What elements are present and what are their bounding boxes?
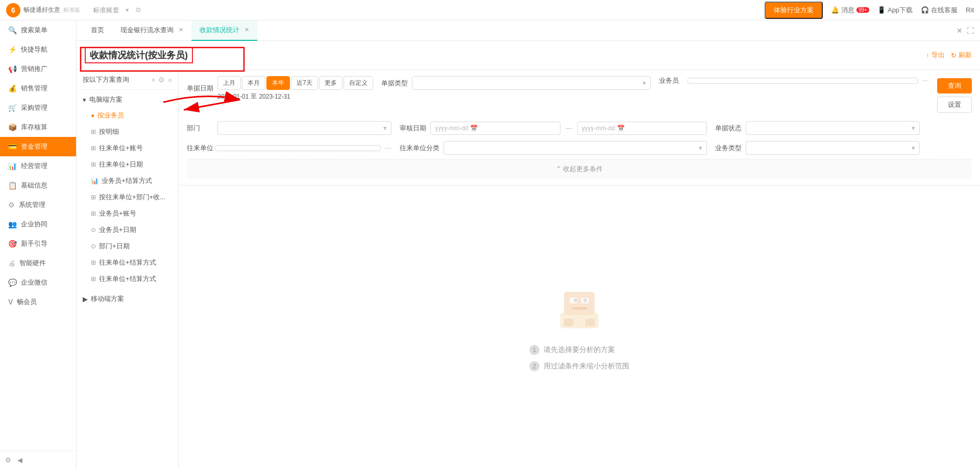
dept-label: 部门 <box>187 124 213 133</box>
tree-section-label: 电脑端方案 <box>89 95 122 104</box>
purchase-icon: 🛒 <box>8 104 17 112</box>
message-btn[interactable]: 🔔 消息 99+ <box>831 6 869 15</box>
sidebar-sales-label: 销售管理 <box>21 84 47 93</box>
tab-cashflow-close[interactable]: ✕ <box>179 27 183 33</box>
workspace-label: 标准账套 <box>93 6 119 15</box>
sidebar-item-wechat[interactable]: 💬 企业微信 <box>0 273 76 292</box>
settings-btn[interactable]: ⚙ <box>135 6 141 14</box>
date-start: 2023-01-01 <box>217 93 249 100</box>
export-btn[interactable]: ↑ 导出 <box>926 51 945 60</box>
doc-type-select[interactable]: ▾ <box>412 76 651 90</box>
tree-item-salesperson-account[interactable]: ⊞ 业务员+账号 <box>77 205 178 222</box>
calendar-icon: 📅 <box>470 125 478 132</box>
tab-cashflow[interactable]: 现金银行流水查询 ✕ <box>112 20 191 41</box>
tree-item-partner-date-label: 往来单位+日期 <box>99 160 143 169</box>
step-2-text: 用过滤条件来缩小分析范围 <box>544 362 629 371</box>
sidebar-item-basic[interactable]: 📋 基础信息 <box>0 176 76 195</box>
date-tab-7days[interactable]: 近7天 <box>291 76 318 90</box>
sidebar-item-sales[interactable]: 💰 销售管理 <box>0 79 76 98</box>
tree-item-partner-account[interactable]: ⊞ 往来单位+账号 <box>77 140 178 156</box>
sidebar-item-finance[interactable]: 💳 资金管理 <box>0 137 76 156</box>
sidebar: 🔍 搜索菜单 ⚡ 快捷导航 📢 营销推广 💰 销售管理 🛒 采购管理 📦 库存核… <box>0 20 77 469</box>
empty-area: 1 请先选择要分析的方案 2 用过滤条件来缩小分析范围 <box>179 185 980 469</box>
partner-category-select[interactable]: ▾ <box>444 141 707 155</box>
date-tab-custom[interactable]: 自定义 <box>344 76 373 90</box>
sidebar-settings-btn[interactable]: ⚙ <box>5 456 11 464</box>
sidebar-item-search[interactable]: 🔍 搜索菜单 <box>0 20 76 40</box>
dropdown-icon[interactable]: ▾ <box>126 6 129 14</box>
doc-status-select[interactable]: ▾ <box>746 121 920 135</box>
tree-section-desktop-header[interactable]: ▾ 电脑端方案 <box>77 92 178 107</box>
top-header: 6 畅捷通好生意 标准版 标准账套 ▾ ⚙ 体验行业方案 🔔 消息 99+ 📱 … <box>0 0 980 20</box>
sidebar-item-purchase[interactable]: 🛒 采购管理 <box>0 98 76 118</box>
refresh-btn[interactable]: ↻ 刷新 <box>951 51 972 60</box>
tree-item-partner-date[interactable]: ⊞ 往来单位+日期 <box>77 156 178 173</box>
tree-item-salesperson-date[interactable]: ⊙ 业务员+日期 <box>77 222 178 238</box>
date-dash: — <box>565 124 573 132</box>
sidebar-item-operations[interactable]: 📊 经营管理 <box>0 156 76 176</box>
sidebar-collapse-btn[interactable]: ◀ <box>17 456 22 464</box>
tree-item-partner-payment1[interactable]: ⊞ 往来单位+结算方式 <box>77 254 178 271</box>
user-area[interactable]: Rit <box>966 6 974 14</box>
sidebar-item-nav[interactable]: ⚡ 快捷导航 <box>0 40 76 59</box>
date-separator: 至 <box>251 92 257 101</box>
sidebar-member-label: 畅会员 <box>17 297 37 307</box>
date-tab-last-month[interactable]: 上月 <box>217 76 241 90</box>
panel-settings-btn[interactable]: ⚙ <box>158 76 165 84</box>
calendar-icon2: 📅 <box>617 125 625 132</box>
filter-settings-btn[interactable]: 设置 <box>937 97 972 113</box>
review-date-end[interactable]: yyyy-mm-dd 📅 <box>577 122 707 135</box>
review-date-start[interactable]: yyyy-mm-dd 📅 <box>430 122 560 135</box>
tab-maximize-btn[interactable]: ⛶ <box>967 27 974 35</box>
tab-close-all-btn[interactable]: ✕ <box>957 27 963 35</box>
sidebar-item-guide[interactable]: 🎯 新手引导 <box>0 234 76 253</box>
main-area: 首页 现金银行流水查询 ✕ 收款情况统计 ✕ ✕ ⛶ 收款情况统计(按业务员) … <box>77 20 980 469</box>
tree-item-partner-payment2-label: 往来单位+结算方式 <box>99 274 156 284</box>
try-btn[interactable]: 体验行业方案 <box>765 2 823 19</box>
tab-home[interactable]: 首页 <box>83 20 112 41</box>
tree-item-partner-payment2[interactable]: ⊞ 往来单位+结算方式 <box>77 271 178 287</box>
tree-item-salesperson-payment[interactable]: 📊 业务员+结算方式 <box>77 173 178 189</box>
chart-icon: 📊 <box>91 177 99 184</box>
app-download-btn[interactable]: 📱 App下载 <box>877 6 913 15</box>
partner-dept-icon: ⊞ <box>91 194 96 201</box>
panel-collapse-btn[interactable]: « <box>168 76 172 84</box>
tree-item-detail-label: 按明细 <box>99 127 119 136</box>
tree-expand-icon: ▾ <box>83 96 86 104</box>
sidebar-item-system[interactable]: ⚙ 系统管理 <box>0 195 76 215</box>
date-tab-more[interactable]: 更多 <box>319 76 342 90</box>
logo-area: 6 畅捷通好生意 标准版 <box>6 3 83 17</box>
date-tab-this-year[interactable]: 本年 <box>266 76 290 90</box>
sidebar-item-hardware[interactable]: 🖨 智能硬件 <box>0 253 76 273</box>
sidebar-collab-label: 企业协同 <box>21 220 47 229</box>
tree-item-detail[interactable]: ⊞ 按明细 <box>77 124 178 140</box>
refresh-icon: ↻ <box>951 52 957 59</box>
panel-add-btn[interactable]: + <box>151 76 155 84</box>
dept-select[interactable]: ▾ <box>217 121 391 135</box>
sidebar-item-marketing[interactable]: 📢 营销推广 <box>0 59 76 79</box>
tab-receivables-close[interactable]: ✕ <box>244 27 249 33</box>
sidebar-basic-label: 基础信息 <box>21 181 47 190</box>
online-service-btn[interactable]: 🎧 在线客服 <box>921 6 958 15</box>
salesperson-date-icon: ⊙ <box>91 226 96 233</box>
tree-section-mobile-header[interactable]: ▶ 移动端方案 <box>77 291 178 307</box>
salesperson-dots-btn[interactable]: ··· <box>922 76 929 85</box>
hardware-icon: 🖨 <box>8 259 15 267</box>
date-tab-this-month[interactable]: 本月 <box>242 76 265 90</box>
tree-item-dept-date[interactable]: ⊙ 部门+日期 <box>77 238 178 254</box>
partner-select[interactable] <box>215 145 381 151</box>
tree-item-partner-dept[interactable]: ⊞ 按往来单位+部门+收... <box>77 189 178 205</box>
partner-dots-btn[interactable]: ··· <box>385 144 391 153</box>
tree-item-salesperson-payment-label: 业务员+结算方式 <box>102 176 152 185</box>
collapse-conditions-btn[interactable]: ⌃ 收起更多条件 <box>187 159 972 179</box>
sidebar-hardware-label: 智能硬件 <box>19 259 46 268</box>
tree-item-salesperson[interactable]: ● 按业务员 <box>77 107 178 124</box>
query-btn[interactable]: 查询 <box>937 78 972 93</box>
business-type-select[interactable]: ▾ <box>746 141 920 155</box>
sidebar-item-collab[interactable]: 👥 企业协同 <box>0 215 76 234</box>
tab-receivables[interactable]: 收款情况统计 ✕ <box>191 20 257 41</box>
sidebar-item-member[interactable]: V 畅会员 <box>0 292 76 312</box>
salesperson-select[interactable] <box>688 78 918 84</box>
tab-actions: ✕ ⛶ <box>957 27 974 35</box>
sidebar-item-inventory[interactable]: 📦 库存核算 <box>0 118 76 137</box>
